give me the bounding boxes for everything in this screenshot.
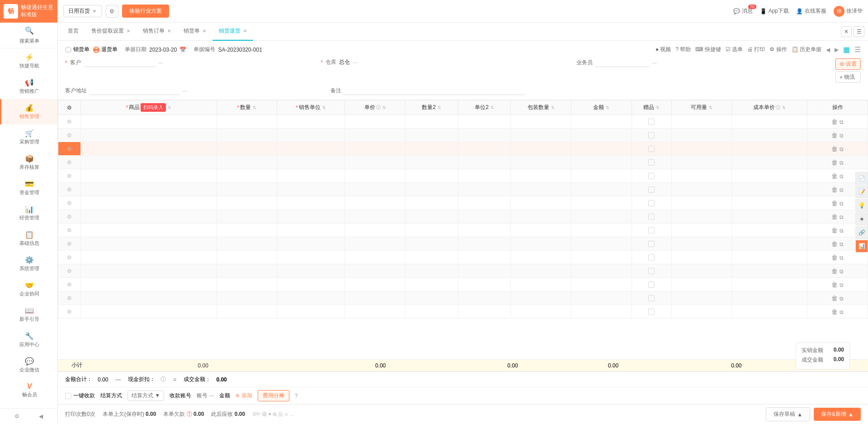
delete-row-12[interactable]: 🗑 — [831, 267, 838, 275]
amount-sort-icon[interactable]: ⇅ — [606, 105, 609, 110]
copy-row-4[interactable]: ⧉ — [840, 160, 844, 166]
print-button[interactable]: 🖨 打印 — [747, 46, 765, 53]
app-download-button[interactable]: 📱 App下载 — [760, 7, 789, 15]
gift-checkbox-5[interactable] — [648, 173, 655, 179]
sidebar-item-inventory[interactable]: 📦 库存核算 — [0, 150, 57, 175]
list-view-icon[interactable]: ☰ — [854, 45, 861, 54]
delete-row-11[interactable]: 🗑 — [831, 254, 838, 261]
row-settings-icon[interactable]: ⚙ — [67, 159, 72, 166]
available-sort-icon[interactable]: ⇅ — [709, 105, 712, 110]
account-select[interactable]: 账号 ··· — [197, 392, 213, 400]
row-settings-icon[interactable]: ⚙ — [67, 309, 72, 315]
delete-row-8[interactable]: 🗑 — [831, 213, 838, 220]
customer-select-dots[interactable]: ··· — [159, 60, 163, 66]
row-settings-icon[interactable]: ⚙ — [67, 254, 72, 261]
row-settings-icon[interactable]: ⚙ — [67, 186, 72, 193]
history-button[interactable]: 📋 历史单据 — [792, 46, 821, 53]
help-button[interactable]: ? 帮助 — [675, 46, 691, 53]
calc-method-dropdown[interactable]: 结算方式 ▼ — [127, 391, 164, 401]
shortcut-button[interactable]: ⌨ 快捷键 — [695, 46, 721, 53]
row-settings-icon[interactable]: ⚙ — [67, 268, 72, 274]
table-view-icon[interactable]: ▦ — [843, 45, 850, 54]
split-cost-button[interactable]: 费用分摊 — [258, 390, 289, 401]
gift-checkbox-10[interactable] — [648, 241, 655, 247]
price-sort-icon[interactable]: ⇅ — [382, 105, 386, 110]
topbar-settings-button[interactable]: ⚙ — [106, 5, 118, 18]
float-btn-6[interactable]: 📊 — [855, 240, 868, 252]
copy-row-1[interactable]: ⧉ — [840, 119, 844, 125]
user-profile-button[interactable]: 徐 徐泽华 — [834, 6, 863, 17]
add-payment-button[interactable]: ⊕ 添加 — [236, 392, 252, 400]
prev-record-icon[interactable]: ◀ — [826, 47, 830, 53]
sidebar-item-appstore[interactable]: 🔧 应用中心 — [0, 327, 57, 353]
sidebar-item-collab[interactable]: 🤝 企业协同 — [0, 276, 57, 302]
gift-checkbox-7[interactable] — [648, 200, 655, 206]
tab-sales-return[interactable]: 销货退货 ✕ — [212, 23, 253, 41]
close-all-tabs-button[interactable]: ✕ — [841, 26, 852, 37]
row-settings-icon[interactable]: ⚙ — [67, 295, 72, 301]
discount-info-icon[interactable]: ⓘ — [160, 376, 166, 383]
delete-row-5[interactable]: 🗑 — [831, 172, 838, 180]
next-record-icon[interactable]: ▶ — [835, 47, 839, 53]
save-new-button[interactable]: 保存&新增 ▲ — [814, 408, 861, 421]
sidebar-item-search[interactable]: 🔍 搜索菜单 — [0, 23, 57, 48]
row-settings-icon[interactable]: ⚙ — [67, 214, 72, 220]
column-settings-icon[interactable]: ⚙ — [67, 105, 72, 111]
delete-row-1[interactable]: 🗑 — [831, 118, 838, 125]
logistics-side-button[interactable]: + 物流 — [835, 71, 861, 83]
gift-checkbox-14[interactable] — [648, 295, 655, 301]
delete-row-4[interactable]: 🗑 — [831, 159, 838, 166]
gift-checkbox-13[interactable] — [648, 281, 655, 288]
one-key-payment-check[interactable]: 一键收款 — [65, 392, 95, 400]
qty-sort-icon[interactable]: ⇅ — [253, 105, 256, 110]
video-button[interactable]: ● 视频 — [656, 46, 671, 53]
address-select-dots[interactable]: ··· — [183, 88, 187, 94]
gift-checkbox-15[interactable] — [648, 309, 655, 315]
daily-select[interactable]: 日用百货 ▼ — [63, 5, 102, 17]
gift-checkbox-8[interactable] — [648, 214, 655, 220]
row-settings-icon[interactable]: ⚙ — [67, 173, 72, 179]
row-settings-icon[interactable]: ⚙ — [67, 241, 72, 247]
copy-row-9[interactable]: ⧉ — [840, 228, 844, 234]
tab-sales-invoice[interactable]: 销货单 ✕ — [177, 23, 212, 41]
sidebar-item-finance[interactable]: 💳 资金管理 — [0, 175, 57, 200]
sidebar-item-guide[interactable]: 📖 新手引导 — [0, 302, 57, 327]
gift-checkbox-6[interactable] — [648, 186, 655, 193]
sidebar-item-business[interactable]: 📊 经营管理 — [0, 200, 57, 226]
gift-sort-icon[interactable]: ⇅ — [656, 105, 660, 110]
unit2-sort-icon[interactable]: ⇅ — [491, 105, 494, 110]
save-draft-button[interactable]: 保存草稿 ▲ — [766, 407, 810, 421]
sidebar-item-purchase[interactable]: 🛒 采购管理 — [0, 124, 57, 150]
radio-return[interactable]: 退货单 — [93, 46, 118, 53]
calendar-icon[interactable]: 📅 — [179, 47, 186, 53]
packqty-sort-icon[interactable]: ⇅ — [551, 105, 555, 110]
tab-price-settings[interactable]: 售价提取设置 ✕ — [85, 23, 137, 41]
gift-checkbox-1[interactable] — [648, 119, 655, 125]
delete-row-3[interactable]: 🗑 — [831, 145, 838, 152]
copy-row-6[interactable]: ⧉ — [840, 187, 844, 193]
copy-row-2[interactable]: ⧉ — [840, 133, 844, 139]
tab-sales-order[interactable]: 销售订单 ✕ — [137, 23, 177, 41]
float-btn-4[interactable]: ★ — [855, 213, 868, 225]
split-help-icon[interactable]: ? — [295, 393, 298, 399]
online-service-button[interactable]: 👤 在线客服 — [796, 7, 826, 15]
copy-row-14[interactable]: ⧉ — [840, 295, 844, 302]
unit-sort-icon[interactable]: ⇅ — [322, 105, 326, 110]
float-btn-2[interactable]: 📝 — [855, 186, 868, 198]
gift-checkbox-4[interactable] — [648, 159, 655, 166]
delete-row-14[interactable]: 🗑 — [831, 295, 838, 302]
float-btn-5[interactable]: 🔗 — [855, 226, 868, 239]
warehouse-select-dots[interactable]: ··· — [353, 59, 357, 66]
delete-row-10[interactable]: 🗑 — [831, 240, 838, 248]
row-settings-icon[interactable]: ⚙ — [67, 281, 72, 288]
radio-sale[interactable]: 销货单 — [65, 46, 90, 53]
customer-input[interactable] — [84, 58, 156, 67]
gift-checkbox-11[interactable] — [648, 254, 655, 261]
copy-row-12[interactable]: ⧉ — [840, 268, 844, 275]
tab-close-sales-invoice[interactable]: ✕ — [203, 29, 206, 33]
row-settings-icon[interactable]: ⚙ — [67, 146, 72, 152]
gift-checkbox-9[interactable] — [648, 227, 655, 233]
row-settings-icon[interactable]: ⚙ — [67, 119, 72, 125]
delete-row-7[interactable]: 🗑 — [831, 200, 838, 207]
th-settings[interactable]: ⚙ — [58, 100, 81, 115]
